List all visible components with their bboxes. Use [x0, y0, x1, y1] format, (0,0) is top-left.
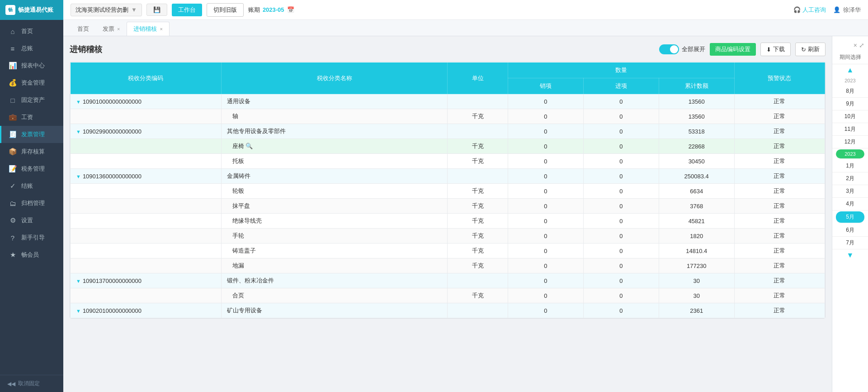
cell-code: ▼109013700000000000 [71, 273, 222, 288]
cell-purchase: 0 [583, 229, 659, 244]
save-button[interactable]: 💾 [146, 4, 167, 16]
sidebar: 畅 畅捷通易代账 ⌂ 首页 ≡ 总账 📊 报表中心 💰 资金管理 □ 固定资产 … [0, 0, 63, 392]
refresh-button[interactable]: ↻ 刷新 [795, 43, 826, 56]
inventory-icon: 📦 [9, 148, 17, 156]
cell-purchase: 0 [583, 199, 659, 214]
sidebar-item-settings[interactable]: ⚙ 设置 [0, 212, 63, 229]
sidebar-item-settle[interactable]: ✓ 结账 [0, 177, 63, 195]
period-month-8[interactable]: 8月 [832, 85, 868, 98]
sidebar-item-member[interactable]: ★ 畅会员 [0, 246, 63, 263]
period-month-9[interactable]: 9月 [832, 98, 868, 110]
sidebar-item-label: 首页 [21, 27, 33, 35]
cell-name: 金属铸件 [221, 169, 448, 184]
sidebar-item-inventory[interactable]: 📦 库存核算 [0, 143, 63, 160]
cell-unit [448, 124, 508, 139]
dropdown-icon: ▼ [131, 6, 137, 13]
company-selector[interactable]: 沈海英测试经营勿删 ▼ [71, 4, 142, 16]
sidebar-unpin[interactable]: ◀◀ 取消固定 [0, 375, 63, 392]
content-area: 进销稽核 全部展开 商品编码设置 ⬇ 下载 ↻ 刷 [63, 36, 832, 392]
sidebar-item-archive[interactable]: 🗂 归档管理 [0, 195, 63, 212]
period-month-11[interactable]: 11月 [832, 123, 868, 136]
sidebar-item-ledger[interactable]: ≡ 总账 [0, 40, 63, 57]
tab-sales-check[interactable]: 进销稽核 × [127, 22, 169, 36]
tree-collapse-icon[interactable]: ▼ [76, 174, 81, 179]
switch-button[interactable]: 切到旧版 [207, 3, 244, 17]
toggle-knob [670, 45, 678, 53]
cell-status: 正常 [734, 288, 825, 303]
cell-purchase: 0 [583, 184, 659, 199]
cell-status: 正常 [734, 109, 825, 124]
cell-total: 6634 [659, 184, 734, 199]
period-down-arrow[interactable]: ▼ [832, 249, 868, 261]
tab-invoice-close[interactable]: × [117, 26, 120, 32]
refresh-icon: ↻ [801, 46, 806, 53]
cell-sales: 0 [508, 214, 584, 229]
period-month-10[interactable]: 10月 [832, 110, 868, 123]
period-month-4[interactable]: 4月 [832, 198, 868, 210]
sidebar-item-tax[interactable]: 📝 税务管理 [0, 160, 63, 177]
sidebar-item-label: 库存核算 [21, 148, 45, 156]
cell-status: 正常 [734, 154, 825, 169]
sidebar-item-invoice[interactable]: 🧾 发票管理 [0, 126, 63, 143]
sidebar-item-guide[interactable]: ? 新手引导 [0, 229, 63, 246]
service-label: 人工咨询 [802, 6, 826, 14]
period-month-5[interactable]: 5月 [836, 211, 864, 223]
tree-collapse-icon[interactable]: ▼ [76, 99, 81, 105]
service-button[interactable]: 🎧 人工咨询 [793, 6, 826, 14]
period-month-3[interactable]: 3月 [832, 185, 868, 198]
tree-collapse-icon[interactable]: ▼ [76, 278, 81, 284]
cell-name: 轮毂 [221, 184, 448, 199]
workbench-button[interactable]: 工作台 [172, 4, 202, 16]
sidebar-item-label: 资金管理 [21, 79, 45, 87]
cell-total: 13560 [659, 94, 734, 109]
user-info[interactable]: 👤 徐泽华 [833, 6, 861, 14]
cell-unit [448, 169, 508, 184]
period-month-12[interactable]: 12月 [832, 136, 868, 148]
cell-name: 矿山专用设备 [221, 303, 448, 318]
cell-unit: 千克 [448, 244, 508, 258]
tab-sales-check-label: 进销稽核 [133, 25, 157, 33]
unpin-label: 取消固定 [18, 380, 40, 387]
panel-close-icon[interactable]: × [854, 42, 857, 49]
sidebar-item-reports[interactable]: 📊 报表中心 [0, 57, 63, 74]
table-row: ▼109029900000000000 其他专用设备及零部件 0 0 53318… [71, 124, 825, 139]
tab-invoice[interactable]: 发票 × [96, 22, 127, 36]
sidebar-item-label: 工资 [21, 113, 33, 121]
expand-toggle[interactable] [659, 44, 679, 54]
tab-sales-check-close[interactable]: × [160, 26, 162, 32]
panel-expand-icon[interactable]: ⤢ [859, 42, 864, 49]
company-name: 沈海英测试经营勿删 [75, 6, 128, 14]
logo-icon: 畅 [5, 5, 15, 15]
guide-icon: ? [9, 234, 17, 242]
sidebar-item-label: 畅会员 [21, 251, 39, 259]
sidebar-item-funds[interactable]: 💰 资金管理 [0, 74, 63, 91]
pin-icon: ◀◀ [7, 381, 15, 387]
cell-total: 14810.4 [659, 244, 734, 258]
tree-collapse-icon[interactable]: ▼ [76, 308, 81, 314]
invoice-icon: 🧾 [9, 130, 17, 139]
cell-total: 53318 [659, 124, 734, 139]
sidebar-item-home[interactable]: ⌂ 首页 [0, 23, 63, 40]
username: 徐泽华 [843, 6, 861, 14]
table-row: 地漏 千克 0 0 177230 正常 [71, 258, 825, 273]
period-month-1[interactable]: 1月 [832, 160, 868, 172]
period-month-6[interactable]: 6月 [832, 224, 868, 237]
cell-purchase: 0 [583, 214, 659, 229]
period-up-arrow[interactable]: ▲ [832, 64, 868, 76]
tax-icon: 📝 [9, 165, 17, 173]
col-header-purchase: 进项 [583, 78, 659, 94]
col-header-total: 累计数额 [659, 78, 734, 94]
sidebar-item-salary[interactable]: 💼 工资 [0, 109, 63, 126]
download-button[interactable]: ⬇ 下载 [760, 43, 791, 56]
period-month-2[interactable]: 2月 [832, 172, 868, 185]
tree-collapse-icon[interactable]: ▼ [76, 129, 81, 134]
cell-code [71, 199, 222, 214]
tab-home[interactable]: 首页 [71, 22, 96, 36]
search-icon[interactable]: 🔍 [245, 143, 253, 149]
period-month-7[interactable]: 7月 [832, 237, 868, 249]
setting-button[interactable]: 商品编码设置 [710, 43, 756, 56]
sidebar-item-assets[interactable]: □ 固定资产 [0, 91, 63, 109]
calendar-icon[interactable]: 📅 [287, 6, 294, 13]
settle-icon: ✓ [9, 182, 17, 190]
col-header-status: 预警状态 [734, 62, 825, 94]
